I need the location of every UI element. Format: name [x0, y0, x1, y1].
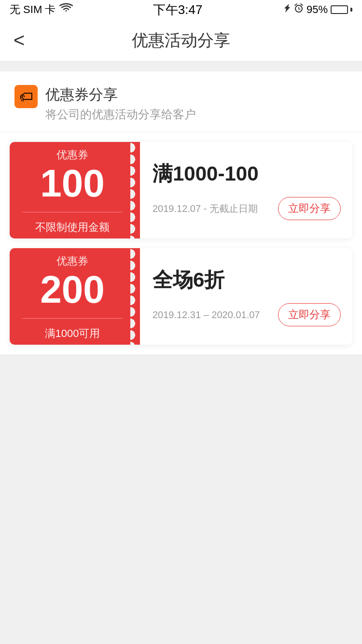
coupon-bottom-2: 2019.12.31 – 2020.01.07 立即分享 — [153, 303, 341, 326]
alarm-icon — [294, 3, 304, 16]
page-title: 优惠活动分享 — [132, 29, 230, 52]
coupon-list: 优惠券 100 不限制使用金额 满1000-100 2019.12.07 - 无… — [0, 132, 362, 354]
section-header: 🏷 优惠券分享 将公司的优惠活动分享给客户 — [0, 71, 362, 132]
status-right: 95% — [282, 3, 352, 16]
status-time: 下午3:47 — [153, 1, 203, 18]
coupon-date-2: 2019.12.31 – 2020.01.07 — [153, 309, 260, 321]
coupon-amount-2: 200 — [40, 270, 104, 309]
coupon-condition-2: 满1000可用 — [37, 322, 108, 345]
status-bar: 无 SIM 卡 下午3:47 95% — [0, 0, 362, 19]
battery-percent: 95% — [306, 3, 328, 16]
section-icon: 🏷 — [14, 85, 38, 108]
location-icon — [282, 3, 291, 16]
wifi-icon — [59, 3, 73, 16]
section-title: 优惠券分享 — [45, 85, 196, 105]
coupon-title-1: 满1000-100 — [153, 160, 341, 187]
coupon-divider-2 — [22, 318, 123, 319]
back-button[interactable]: < — [14, 29, 25, 51]
coupon-date-1: 2019.12.07 - 无截止日期 — [153, 202, 258, 215]
coupon-emoji-icon: 🏷 — [19, 89, 33, 105]
coupon-condition-1: 不限制使用金额 — [28, 216, 117, 238]
coupon-left-2: 优惠券 200 满1000可用 — [10, 248, 135, 345]
bottom-fill — [0, 354, 362, 499]
coupon-right-2: 全场6折 2019.12.31 – 2020.01.07 立即分享 — [135, 248, 352, 345]
coupon-card-2: 优惠券 200 满1000可用 全场6折 2019.12.31 – 2020.0… — [10, 248, 352, 345]
coupon-divider-1 — [22, 212, 123, 212]
coupon-left-1: 优惠券 100 不限制使用金额 — [10, 142, 135, 238]
coupon-right-1: 满1000-100 2019.12.07 - 无截止日期 立即分享 — [135, 142, 352, 238]
section-subtitle: 将公司的优惠活动分享给客户 — [45, 107, 196, 122]
share-button-1[interactable]: 立即分享 — [278, 197, 341, 220]
nav-bar: < 优惠活动分享 — [0, 19, 362, 62]
coupon-title-2: 全场6折 — [153, 266, 341, 294]
status-left: 无 SIM 卡 — [10, 2, 73, 17]
coupon-label-1: 优惠券 — [56, 148, 88, 162]
no-sim-text: 无 SIM 卡 — [10, 2, 56, 17]
top-separator — [0, 62, 362, 71]
coupon-amount-1: 100 — [40, 164, 104, 203]
coupon-label-2: 优惠券 — [56, 254, 88, 268]
coupon-card-1: 优惠券 100 不限制使用金额 满1000-100 2019.12.07 - 无… — [10, 142, 352, 238]
coupon-bottom-1: 2019.12.07 - 无截止日期 立即分享 — [153, 197, 341, 220]
section-text: 优惠券分享 将公司的优惠活动分享给客户 — [45, 85, 196, 122]
share-button-2[interactable]: 立即分享 — [278, 303, 341, 326]
battery-icon — [331, 5, 352, 14]
